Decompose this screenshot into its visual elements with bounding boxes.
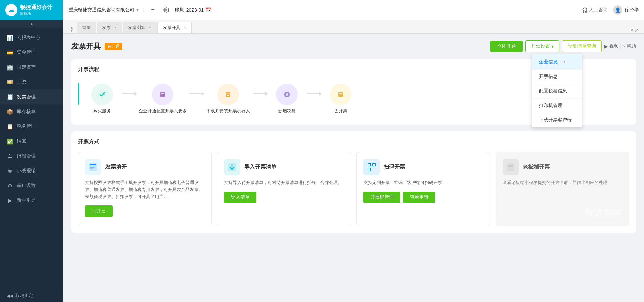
scan-invoice-icon (363, 159, 380, 175)
boss-invoice-icon (503, 159, 519, 175)
import-list-icon (224, 159, 240, 175)
tab-fapiao-close[interactable]: × (114, 25, 117, 30)
download-robot-label: 下载并安装开票机器人 (206, 108, 250, 114)
method-fill-header: 发票填开 (85, 159, 205, 175)
gongzi-icon: 💴 (7, 79, 13, 85)
flow-step-config: 企业开通配置开票六要素 (136, 84, 189, 114)
svg-rect-33 (508, 166, 513, 167)
method-card-import: 导入开票清单 支持导入待开票清单，可对待开票清单进行拆分、合并处理。 导入清单 (217, 152, 351, 226)
sidebar-item-zijin[interactable]: 💳 资金管理 (0, 45, 63, 60)
avatar-icon: 👤 (615, 7, 621, 13)
import-list-button[interactable]: 导入清单 (224, 192, 256, 203)
import-list-footer: 导入清单 (224, 192, 344, 203)
flow-step-buy: + 购买服务 (82, 84, 122, 114)
status-badge: 待开通 (105, 43, 122, 50)
dropdown-item-download-client[interactable]: 下载开票客户端 (532, 113, 582, 127)
fill-invoice-icon (85, 159, 101, 175)
dropdown-item-printer[interactable]: 打印机管理 (532, 99, 582, 113)
sidebar-item-xiaochang[interactable]: © 小畅报销 (0, 163, 63, 178)
taxdisk-label: 新增税盘 (278, 108, 296, 114)
jiezhang-icon: ✅ (7, 138, 13, 145)
add-company-button[interactable]: + (148, 5, 158, 15)
topbar: 重庆畅捷交通信息咨询有限公司 ▾ | + 账期 2023-01 📅 🎧 人工咨询… (63, 0, 644, 20)
sidebar-item-label: 资金管理 (17, 49, 36, 55)
tab-kaiju-label: 发票开具 (163, 25, 180, 31)
sidebar-item-fapiao[interactable]: 🧾 发票管理 (0, 89, 63, 104)
methods-section: 开票方式 发票填开 支持按照发票样式手工填开发票；可开具增值税电子普通发票、增值… (71, 131, 636, 233)
svg-point-10 (227, 93, 228, 95)
sidebar-item-xinshou[interactable]: ▶ 新手引导 (0, 193, 63, 208)
yunbao-icon: 📊 (7, 34, 13, 41)
topbar-settings-button[interactable] (162, 5, 171, 15)
tab-scroll-down[interactable]: ▼ (70, 29, 73, 33)
dropdown-item-invoice-info[interactable]: 开票信息 (532, 70, 582, 84)
svg-rect-29 (373, 163, 375, 166)
sidebar-item-jichu[interactable]: ⚙ 基础设置 (0, 178, 63, 193)
method-scan-header: 扫码开票 (363, 159, 483, 175)
xinshou-icon: ▶ (7, 197, 13, 204)
setting-button[interactable]: 开票设置 ▾ (525, 40, 559, 52)
calendar-icon[interactable]: 📅 (206, 7, 211, 13)
scan-invoice-title: 扫码开票 (384, 164, 405, 171)
scan-code-manage-button[interactable]: 开票码管理 (363, 192, 400, 203)
help-area: ▶ 视频 | ? 帮助 (604, 43, 636, 49)
user-menu[interactable]: 👤 徐泽华 (613, 5, 639, 15)
jichu-icon: ⚙ (7, 182, 13, 189)
kucun-icon: 📦 (7, 108, 13, 115)
exception-button[interactable]: 异常清单查询 (562, 40, 602, 52)
tab-fapiao-kaiju[interactable]: 发票开具 × (157, 22, 192, 33)
close-tab-button[interactable]: × (630, 27, 633, 33)
sidebar-item-kucun[interactable]: 📦 库存核算 (0, 104, 63, 119)
sidebar-item-guidang[interactable]: 🗂 归档管理 (0, 149, 63, 163)
topbar-right: 🎧 人工咨询 👤 徐泽华 (582, 5, 639, 15)
svg-text:+: + (104, 91, 105, 95)
tab-home[interactable]: 首页 (77, 22, 96, 33)
guidang-icon: 🗂 (7, 153, 13, 159)
flow-connector-4 (307, 93, 320, 94)
topbar-divider1: | (143, 7, 144, 13)
sidebar-item-label: 结账 (17, 138, 26, 144)
flow-step-indicator (78, 83, 79, 105)
dropdown-item-enterprise-info[interactable]: 企业信息 → (532, 54, 582, 70)
main-content: 发票开具 待开通 立即开通 开票设置 ▾ 异常清单查询 ▶ 视频 | ? 帮助 (63, 34, 644, 302)
play-icon[interactable]: ▶ (604, 44, 608, 49)
headphone-icon: 🎧 (582, 7, 588, 13)
dropdown-item-label: 打印机管理 (539, 103, 562, 109)
sidebar-footer-cancel[interactable]: ◀◀ 取消固定 (0, 289, 63, 302)
go-invoice-button[interactable]: 去开票 (85, 205, 113, 217)
svg-rect-5 (160, 92, 165, 97)
zijin-icon: 💳 (7, 49, 13, 56)
gudingzichan-icon: 🏢 (7, 64, 13, 71)
sidebar-item-shuiwu[interactable]: 📋 税务管理 (0, 119, 63, 134)
svg-rect-32 (508, 165, 513, 166)
app-subtitle: 旗舰版 (20, 11, 52, 16)
logo-icon: ☁ (5, 4, 17, 16)
sidebar-unpin-icon: ◀◀ (7, 293, 13, 298)
boss-invoice-desc: 查看老板端小程序提交的开票申请，并作出相应的处理 (503, 179, 622, 186)
method-card-boss: 老板端开票 查看老板端小程序提交的开票申请，并作出相应的处理 敬请期待 (496, 152, 629, 226)
view-apply-button[interactable]: 查看申请 (403, 192, 435, 203)
service-button[interactable]: 🎧 人工咨询 (582, 7, 608, 13)
fill-invoice-title: 发票填开 (105, 164, 127, 171)
sidebar-item-gudingzichan[interactable]: 🏢 固定资产 (0, 60, 63, 75)
company-dropdown-icon: ▾ (136, 7, 139, 13)
app-title: 畅捷通好会计 (20, 4, 52, 11)
maximize-button[interactable]: ⤢ (635, 28, 639, 33)
app-logo: ☁ 畅捷通好会计 旗舰版 (0, 0, 63, 20)
sidebar-item-label: 发票管理 (17, 94, 36, 100)
sidebar-item-jiezhang[interactable]: ✅ 结账 (0, 134, 63, 149)
company-selector[interactable]: 重庆畅捷交通信息咨询有限公司 ▾ (69, 7, 139, 13)
sidebar-item-label: 工资 (17, 79, 26, 85)
sidebar-scroll-up[interactable]: ▲ (0, 20, 63, 28)
sidebar-item-yunbao[interactable]: 📊 云报表中心 (0, 30, 63, 45)
tab-cesuan-close[interactable]: × (149, 25, 151, 30)
tab-kaiju-close[interactable]: × (184, 25, 186, 30)
tab-fapiao[interactable]: 发票 × (97, 22, 122, 33)
shuiwu-icon: 📋 (7, 123, 13, 130)
dropdown-item-tax-disk[interactable]: 配置税盘信息 (532, 84, 582, 99)
tab-fapiao-cesuan[interactable]: 发票测算 × (123, 22, 157, 33)
dropdown-item-label: 配置税盘信息 (539, 88, 567, 94)
logo-cloud-icon: ☁ (8, 6, 14, 14)
activate-button[interactable]: 立即开通 (490, 41, 523, 52)
sidebar-item-gongzi[interactable]: 💴 工资 (0, 75, 63, 89)
